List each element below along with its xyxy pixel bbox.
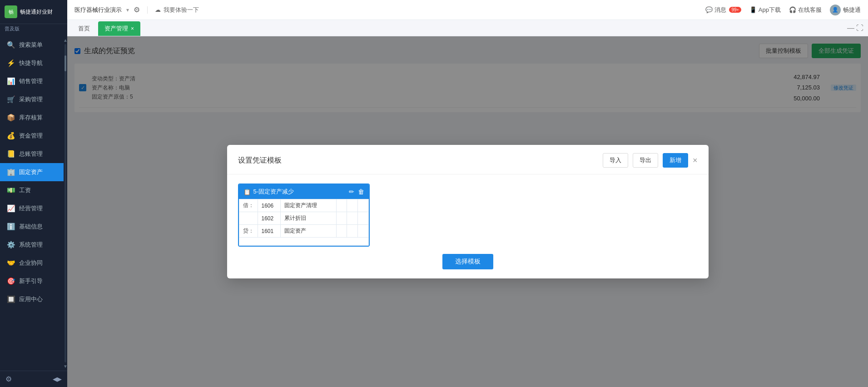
template-doc-icon: 📋 [243,189,251,195]
app-download-btn[interactable]: 📱 App下载 [749,6,781,14]
template-row-0: 借： 1606 固定资产清理 [239,199,368,212]
import-btn[interactable]: 导入 [603,153,628,168]
nav-icon-11: ⚙️ [6,240,15,249]
nav-icon-4: 📦 [6,113,15,122]
sidebar-item-基础信息[interactable]: ℹ️ 基础信息 [0,218,64,236]
page-area: 生成的凭证预览 批量控制模板 全部生成凭证 ✓ 变动类型：资产清 [67,36,868,387]
empty-cell-2-0 [347,199,358,212]
messages-btn[interactable]: 💬 消息 99+ [705,6,741,14]
nav-icon-13: 🎯 [6,277,15,286]
sidebar-item-搜索菜单[interactable]: 🔍 搜索菜单 [0,36,64,54]
topbar-left: 医疗器械行业演示 ▾ ⚙ ☁ 我要体验一下 [74,5,199,14]
experience-btn[interactable]: ☁ 我要体验一下 [155,6,199,14]
new-btn[interactable]: 新增 [663,153,688,168]
template-card: 📋 5-固定资产减少 ✏ 🗑 [238,184,370,247]
sidebar-item-应用中心[interactable]: 🔲 应用中心 [0,290,64,308]
sidebar: 畅 畅捷通好业财 普及版 🔍 搜索菜单 ⚡ 快捷导航 📊 销售管理 🛒 采购管理… [0,0,67,387]
nav-icon-12: 🤝 [6,258,15,268]
side-label-1 [239,212,258,225]
empty-cell-3-0 [357,199,368,212]
collapse-icon[interactable]: ◀▶ [53,376,62,382]
topbar: 医疗器械行业演示 ▾ ⚙ ☁ 我要体验一下 💬 消息 99+ [67,0,868,20]
empty-cell-1-2 [336,225,347,238]
nav-icon-5: 💰 [6,131,15,140]
account-code-0: 1606 [258,199,280,212]
headset-icon: 🎧 [789,6,796,13]
modal-header-actions: 导入 导出 新增 × [603,153,698,168]
logo-icon: 畅 [5,5,17,18]
company-settings-icon[interactable]: ⚙ [134,5,140,14]
tab-close-icon[interactable]: × [131,25,134,32]
scroll-thumb [64,55,66,71]
company-dropdown-icon[interactable]: ▾ [126,7,129,13]
sidebar-item-库存核算[interactable]: 📦 库存核算 [0,109,64,127]
sidebar-item-总账管理[interactable]: 📒 总账管理 [0,145,64,163]
empty-cell-3-1 [357,212,368,225]
scroll-up-icon[interactable]: ▲ [63,38,67,43]
template-edit-icon[interactable]: ✏ [349,188,354,195]
modal-close-btn[interactable]: × [693,156,698,165]
avatar: 👤 [830,5,841,15]
tab-asset-management[interactable]: 资产管理 × [98,21,140,36]
sidebar-item-资金管理[interactable]: 💰 资金管理 [0,127,64,145]
nav-icon-3: 🛒 [6,95,15,104]
template-row-2: 贷： 1601 固定资产 [239,225,368,238]
nav-icon-1: ⚡ [6,59,15,68]
empty-cell-3-2 [357,225,368,238]
phone-icon: 📱 [749,6,757,13]
sidebar-item-系统管理[interactable]: ⚙️ 系统管理 [0,236,64,254]
template-card-actions: ✏ 🗑 [349,188,364,195]
empty-cell-1-0 [336,199,347,212]
topbar-right: 💬 消息 99+ 📱 App下载 🎧 在线客服 👤 [705,5,861,15]
tab-home[interactable]: 首页 [72,21,96,36]
user-menu[interactable]: 👤 畅捷通 [830,5,861,15]
select-template-btn[interactable]: 选择模板 [442,254,493,269]
nav-icon-8: 💵 [6,186,15,195]
empty-cell-2-1 [347,212,358,225]
account-name-0: 固定资产清理 [280,199,336,212]
sidebar-item-工资[interactable]: 💵 工资 [0,181,64,199]
minimize-icon[interactable]: — [847,24,854,32]
nav-icon-10: ℹ️ [6,222,15,231]
sidebar-logo: 畅 畅捷通好业财 [0,0,67,24]
sidebar-item-快捷导航[interactable]: ⚡ 快捷导航 [0,54,64,72]
template-card-title: 📋 5-固定资产减少 [243,188,294,196]
nav-icon-6: 📒 [6,149,15,159]
settings-icon[interactable]: ⚙ [5,375,12,383]
scroll-track [64,44,66,362]
template-row-1: 1602 累计折旧 [239,212,368,225]
sidebar-item-采购管理[interactable]: 🛒 采购管理 [0,90,64,109]
modal-header: 设置凭证模板 导入 导出 新增 × [227,145,709,174]
template-empty-row [239,238,368,246]
main-content: 医疗器械行业演示 ▾ ⚙ ☁ 我要体验一下 💬 消息 99+ [67,0,868,387]
sidebar-item-销售管理[interactable]: 📊 销售管理 [0,72,64,90]
sidebar-item-企业协同[interactable]: 🤝 企业协同 [0,254,64,272]
message-icon: 💬 [705,6,713,13]
logo-text: 畅捷通好业财 [20,8,53,16]
sidebar-item-新手引导[interactable]: 🎯 新手引导 [0,272,64,290]
export-btn[interactable]: 导出 [633,153,658,168]
company-name: 医疗器械行业演示 [74,6,122,14]
nav-icon-0: 🔍 [6,40,15,50]
nav-icon-7: 🏢 [6,168,15,177]
sidebar-nav: 🔍 搜索菜单 ⚡ 快捷导航 📊 销售管理 🛒 采购管理 📦 库存核算 💰 资金管… [0,36,64,371]
maximize-icon[interactable]: ⛶ [856,24,863,32]
empty-cell-2-2 [347,225,358,238]
modal: 设置凭证模板 导入 导出 新增 × 📋 [227,145,709,278]
nav-icon-9: 📈 [6,204,15,213]
modal-body: 📋 5-固定资产减少 ✏ 🗑 [227,174,709,278]
side-label-0: 借： [239,199,258,212]
cloud-icon: ☁ [155,6,161,13]
message-badge: 99+ [729,7,741,13]
online-service-btn[interactable]: 🎧 在线客服 [789,6,822,14]
sidebar-scrollbar[interactable]: ▲ ▼ [64,36,67,371]
template-card-header: 📋 5-固定资产减少 ✏ 🗑 [239,184,369,199]
template-delete-icon[interactable]: 🗑 [358,188,364,195]
side-label-2: 贷： [239,225,258,238]
empty-cell-1-1 [336,212,347,225]
template-table: 借： 1606 固定资产清理 1602 累计折旧 贷： 1601 固定资产 [239,199,369,246]
sidebar-item-固定资产[interactable]: 🏢 固定资产 [0,163,64,181]
scroll-down-icon[interactable]: ▼ [63,364,67,369]
sidebar-item-经营管理[interactable]: 📈 经营管理 [0,199,64,218]
modal-title: 设置凭证模板 [238,156,282,165]
